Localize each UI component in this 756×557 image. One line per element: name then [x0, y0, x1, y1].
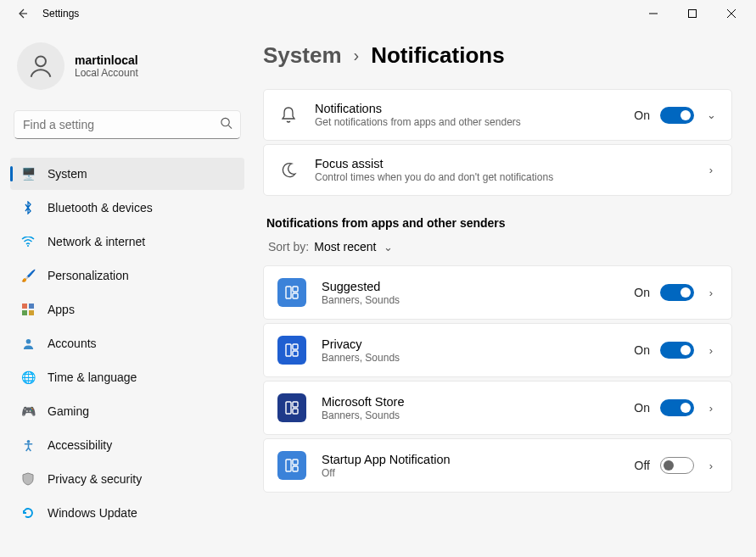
sidebar-item-label: System: [48, 167, 87, 181]
user-name: martinlocal: [75, 53, 138, 67]
user-header[interactable]: martinlocal Local Account: [10, 27, 244, 110]
search-icon: [220, 117, 232, 133]
system-icon: 🖥️: [20, 166, 36, 181]
app-title: Startup App Notification: [322, 453, 619, 466]
svg-rect-15: [293, 287, 298, 292]
sort-value: Most recent: [314, 240, 376, 253]
svg-point-13: [26, 439, 30, 443]
app-subtitle: Off: [322, 467, 619, 479]
app-subtitle: Banners, Sounds: [322, 409, 619, 421]
svg-rect-1: [689, 10, 697, 18]
svg-point-12: [25, 338, 31, 343]
notifications-card[interactable]: Notifications Get notifications from app…: [263, 89, 732, 141]
toggle-state: On: [634, 286, 650, 299]
bell-icon: [277, 106, 300, 125]
sidebar-item-label: Accounts: [48, 337, 97, 350]
svg-point-5: [221, 118, 229, 125]
svg-rect-11: [29, 310, 34, 315]
toggle-state: On: [634, 401, 650, 415]
chevron-right-icon[interactable]: ›: [704, 287, 718, 299]
sidebar-item-accessibility[interactable]: Accessibility: [10, 429, 244, 461]
update-icon: [20, 505, 36, 521]
app-row[interactable]: Microsoft Store Banners, Sounds On ›: [263, 381, 732, 435]
person-icon: [20, 336, 36, 351]
svg-rect-22: [293, 409, 298, 414]
toggle-state: On: [634, 343, 650, 357]
chevron-right-icon[interactable]: ›: [704, 402, 718, 415]
svg-rect-9: [29, 304, 34, 309]
sidebar-item-system[interactable]: 🖥️ System: [10, 158, 244, 190]
back-button[interactable]: [5, 0, 39, 27]
svg-rect-23: [286, 460, 291, 471]
sidebar-item-label: Personalization: [48, 269, 129, 282]
card-title: Notifications: [315, 102, 619, 115]
sidebar-item-label: Privacy & security: [48, 472, 142, 486]
app-title: Microsoft Store: [322, 395, 619, 409]
minimize-button[interactable]: [634, 0, 673, 27]
card-subtitle: Get notifications from apps and other se…: [315, 116, 619, 128]
sidebar-item-label: Apps: [48, 303, 75, 316]
sidebar-item-label: Accessibility: [48, 438, 112, 452]
svg-point-4: [36, 56, 46, 66]
app-toggle[interactable]: [660, 284, 694, 301]
app-row[interactable]: Suggested Banners, Sounds On ›: [263, 265, 732, 320]
chevron-down-icon[interactable]: ⌄: [704, 109, 718, 121]
section-title: Notifications from apps and other sender…: [266, 216, 732, 230]
app-title: Suggested: [322, 280, 619, 293]
sidebar-item-bluetooth[interactable]: Bluetooth & devices: [10, 192, 244, 224]
app-toggle[interactable]: [660, 342, 694, 359]
sidebar-item-label: Network & internet: [48, 235, 145, 248]
svg-point-7: [27, 245, 29, 247]
svg-rect-21: [293, 402, 298, 407]
app-toggle[interactable]: [660, 457, 694, 474]
svg-rect-10: [22, 310, 27, 315]
sort-dropdown[interactable]: Sort by: Most recent ⌄: [268, 240, 732, 253]
chevron-down-icon: ⌄: [381, 241, 395, 253]
sidebar-item-label: Gaming: [48, 404, 89, 418]
sidebar-item-gaming[interactable]: 🎮 Gaming: [10, 395, 244, 427]
sidebar-item-network[interactable]: Network & internet: [10, 226, 244, 258]
app-toggle[interactable]: [660, 399, 694, 416]
sidebar-item-accounts[interactable]: Accounts: [10, 327, 244, 359]
avatar: [17, 42, 64, 90]
sidebar-item-time[interactable]: 🌐 Time & language: [10, 361, 244, 393]
app-icon: [277, 451, 306, 480]
app-row[interactable]: Privacy Banners, Sounds On ›: [263, 323, 732, 377]
chevron-right-icon[interactable]: ›: [704, 164, 718, 176]
svg-rect-19: [293, 351, 298, 356]
svg-rect-18: [293, 344, 298, 349]
window-title: Settings: [42, 8, 79, 19]
notifications-toggle[interactable]: [660, 107, 694, 124]
focus-assist-card[interactable]: Focus assist Control times when you do a…: [263, 144, 732, 196]
sidebar-item-label: Bluetooth & devices: [48, 201, 153, 214]
maximize-button[interactable]: [673, 0, 712, 27]
sidebar-item-personalization[interactable]: 🖌️ Personalization: [10, 259, 244, 292]
user-type: Local Account: [75, 67, 138, 79]
svg-rect-24: [293, 460, 298, 465]
brush-icon: 🖌️: [20, 268, 36, 283]
search-input[interactable]: [14, 110, 241, 139]
sidebar-item-privacy[interactable]: Privacy & security: [10, 463, 244, 495]
app-row[interactable]: Startup App Notification Off Off ›: [263, 438, 732, 493]
bluetooth-icon: [20, 200, 36, 215]
chevron-right-icon[interactable]: ›: [704, 460, 718, 472]
breadcrumb-parent[interactable]: System: [263, 42, 342, 69]
accessibility-icon: [20, 437, 36, 453]
svg-rect-25: [293, 466, 298, 471]
toggle-state: Off: [635, 459, 650, 472]
svg-rect-17: [286, 344, 291, 356]
sidebar-item-apps[interactable]: Apps: [10, 293, 244, 326]
moon-icon: [277, 162, 300, 179]
gamepad-icon: 🎮: [20, 404, 36, 419]
app-subtitle: Banners, Sounds: [322, 294, 619, 306]
sidebar-item-update[interactable]: Windows Update: [10, 497, 244, 529]
app-icon: [277, 393, 306, 422]
globe-icon: 🌐: [20, 370, 36, 385]
card-title: Focus assist: [315, 157, 689, 170]
close-button[interactable]: [712, 0, 751, 27]
sidebar-item-label: Windows Update: [48, 506, 137, 520]
shield-icon: [20, 471, 36, 487]
chevron-right-icon[interactable]: ›: [704, 344, 718, 357]
card-subtitle: Control times when you do and don't get …: [315, 171, 689, 183]
wifi-icon: [20, 234, 36, 249]
